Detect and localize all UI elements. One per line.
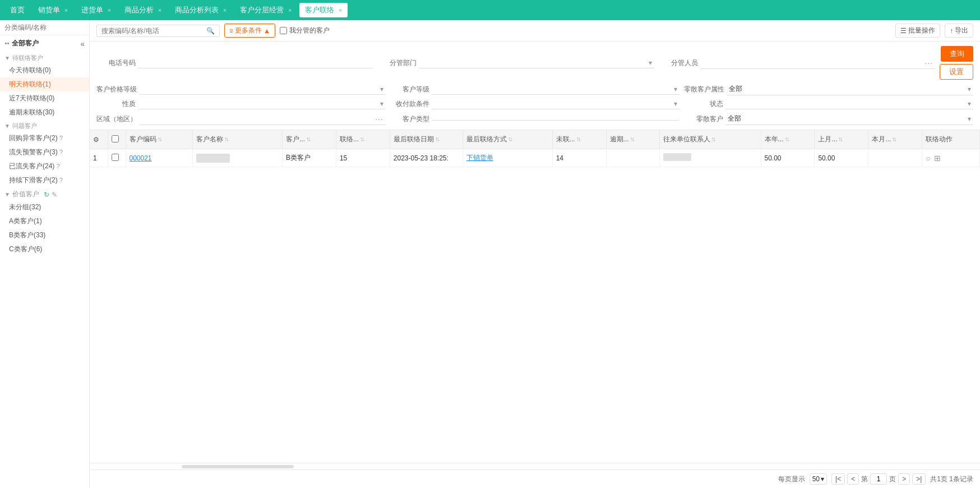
- my-customers-checkbox[interactable]: [280, 27, 287, 34]
- batch-op-btn[interactable]: ☰ 批量操作: [895, 24, 940, 38]
- filter-gender: 性质 ▾: [96, 99, 386, 109]
- my-customers-checkbox-label[interactable]: 我分管的客户: [280, 26, 330, 35]
- last-page-btn[interactable]: >|: [912, 473, 926, 485]
- row-uncontacted: 14: [552, 149, 606, 167]
- page-size-select[interactable]: 50 ▾: [810, 473, 827, 485]
- sidebar-search-input[interactable]: [4, 24, 89, 31]
- filter-dept: 分管部门 ▾: [377, 58, 654, 68]
- status-select[interactable]: ▾: [725, 99, 973, 109]
- col-this-month: 本月... ⇅: [868, 130, 922, 149]
- prev-page-btn[interactable]: <: [847, 473, 859, 485]
- payment-arrow-icon: ▾: [674, 100, 677, 108]
- col-this-year: 本年... ⇅: [761, 130, 815, 149]
- query-btn[interactable]: 查询: [941, 46, 973, 62]
- action-grid-icon[interactable]: ⊞: [934, 154, 941, 163]
- sidebar-item-repurchase-abnormal[interactable]: 回购异常客户(2) ?: [0, 131, 89, 145]
- settings-icon[interactable]: ⚙: [93, 136, 99, 144]
- more-conditions-btn[interactable]: ≡ 更多条件 ▲: [224, 24, 275, 38]
- row-last-contact-method[interactable]: 下销货单: [463, 149, 552, 167]
- first-page-btn[interactable]: |<: [831, 473, 845, 485]
- search-box: 🔍: [96, 25, 220, 37]
- nav-sales[interactable]: 销货单 ×: [33, 3, 73, 17]
- select-all-checkbox[interactable]: [112, 135, 119, 142]
- payment-label: 收付款条件: [390, 99, 429, 109]
- price-level-label: 客户价格等级: [96, 85, 137, 94]
- gender-label: 性质: [96, 99, 136, 109]
- row-select-checkbox[interactable]: [112, 154, 119, 161]
- sidebar-search-container: 🔍: [0, 20, 89, 35]
- sort-icon-name: ⇅: [224, 136, 229, 142]
- sidebar-value-group[interactable]: 价值客户 ↻ ✎: [0, 187, 89, 200]
- export-icon: ↑: [950, 27, 953, 35]
- sidebar-item-today-contact[interactable]: 今天待联络(0): [0, 63, 89, 77]
- manager-select[interactable]: ···: [700, 57, 935, 69]
- payment-select[interactable]: ▾: [432, 99, 679, 109]
- sort-icon-uncontacted: ⇅: [576, 136, 581, 142]
- page-unit-label: 页: [889, 475, 896, 484]
- customer-type-select[interactable]: [432, 118, 679, 121]
- sidebar-pending-group[interactable]: 待联络客户: [0, 52, 89, 63]
- sidebar-item-a-class[interactable]: A类客户(1): [0, 214, 89, 228]
- col-unit-contact: 往来单位联系人 ⇅: [660, 130, 761, 149]
- nav-home[interactable]: 首页: [4, 3, 30, 17]
- status-arrow-icon: ▾: [968, 100, 971, 108]
- filter-payment: 收付款条件 ▾: [390, 99, 679, 109]
- search-input[interactable]: [101, 27, 206, 35]
- sidebar-item-churned[interactable]: 已流失客户(24) ?: [0, 159, 89, 173]
- sidebar-item-c-class[interactable]: C类客户(6): [0, 242, 89, 256]
- nav-purchase[interactable]: 进货单 ×: [76, 3, 117, 17]
- row-overdue: [606, 149, 660, 167]
- nav-product-list[interactable]: 商品分析列表 ×: [169, 3, 232, 17]
- next-page-btn[interactable]: >: [898, 473, 910, 485]
- filter-customer-level: 客户等级 ▾: [390, 84, 679, 95]
- sidebar-item-week-contact[interactable]: 近7天待联络(0): [0, 91, 89, 105]
- footer: 每页显示 50 ▾ |< < 第 页 > >| 共1页 1条记录: [90, 469, 980, 488]
- search-icon[interactable]: 🔍: [206, 27, 215, 35]
- nav-product-analysis[interactable]: 商品分析 ×: [119, 3, 167, 17]
- table-header-row: ⚙ 客户编码 ⇅ 客户名称: [90, 130, 980, 149]
- nav-customer-contact[interactable]: 客户联络 ×: [299, 3, 348, 17]
- nav-customer-layer[interactable]: 客户分层经营 ×: [234, 3, 297, 17]
- phone-input[interactable]: [138, 58, 373, 68]
- filter-manager: 分管人员 ···: [659, 57, 935, 69]
- page-nav: |< < 第 页 > >|: [831, 473, 926, 485]
- action-circle-icon[interactable]: ○: [926, 154, 930, 163]
- sidebar-item-churn-warning[interactable]: 流失预警客户(3) ?: [0, 145, 89, 159]
- sidebar-item-overdue-contact[interactable]: 逾期未联络(30): [0, 105, 89, 119]
- sort-icon-date: ⇅: [435, 136, 440, 142]
- manager-label: 分管人员: [659, 58, 698, 68]
- page-label: 第: [861, 475, 868, 484]
- manager-dots-icon: ···: [924, 58, 933, 67]
- col-checkbox: [108, 130, 126, 149]
- col-contact-count: 联络... ⇅: [336, 130, 390, 149]
- area-select[interactable]: ···: [139, 113, 386, 125]
- sort-icon-unit: ⇅: [711, 136, 716, 142]
- sidebar-problem-group[interactable]: 问题客户: [0, 119, 89, 131]
- row-code[interactable]: 000021: [126, 149, 192, 167]
- sidebar-collapse-icon[interactable]: «: [80, 39, 85, 48]
- customer-level-select[interactable]: ▾: [432, 84, 679, 95]
- sidebar-item-declining[interactable]: 持续下滑客户(2) ?: [0, 173, 89, 187]
- col-uncontacted: 未联... ⇅: [552, 130, 606, 149]
- sidebar-item-ungrouped[interactable]: 未分组(32): [0, 200, 89, 214]
- export-btn[interactable]: ↑ 导出: [945, 24, 973, 38]
- horizontal-scrollbar[interactable]: [90, 463, 980, 469]
- retail-customer-arrow-icon: ▾: [968, 115, 971, 123]
- sidebar-item-tomorrow-contact[interactable]: 明天待联络(1): [0, 77, 89, 91]
- action-buttons: 查询 设置: [940, 46, 973, 80]
- sidebar-all-customers[interactable]: ▪▪全部客户 «: [0, 35, 89, 52]
- settings-btn[interactable]: 设置: [940, 64, 973, 80]
- retail-attr-select[interactable]: 全部 ▾: [727, 83, 973, 95]
- row-name[interactable]: [192, 149, 282, 167]
- all-customers-label: ▪▪全部客户: [4, 39, 39, 48]
- sidebar-item-b-class[interactable]: B类客户(33): [0, 228, 89, 242]
- price-level-select[interactable]: ▾: [139, 84, 386, 95]
- col-last-contact-date: 最后联络日期 ⇅: [390, 130, 463, 149]
- scroll-thumb[interactable]: [182, 465, 294, 468]
- gender-select[interactable]: ▾: [138, 99, 386, 109]
- retail-customer-select[interactable]: 全部 ▾: [725, 113, 973, 125]
- dept-select[interactable]: ▾: [419, 58, 654, 68]
- page-number-input[interactable]: [870, 473, 887, 485]
- price-level-arrow-icon: ▾: [380, 85, 383, 93]
- filter-icon: ≡: [229, 27, 233, 35]
